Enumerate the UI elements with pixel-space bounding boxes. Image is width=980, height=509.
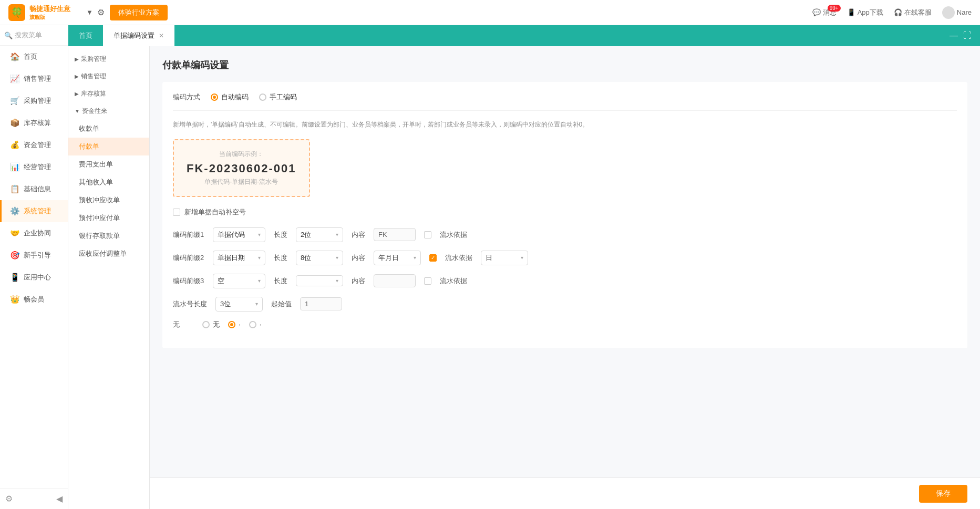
search-icon: 🔍 (4, 32, 13, 39)
content-3-label: 内容 (352, 276, 365, 286)
sidebar-item-system[interactable]: ⚙️ 系统管理 (0, 200, 68, 222)
sep-dot-radio[interactable]: · (228, 320, 241, 328)
nav-item-adjust[interactable]: 应收应付调整单 (68, 245, 149, 263)
prefix-2-value: 单据日期 (218, 253, 245, 263)
sidebar-item-home[interactable]: 🏠 首页 (0, 46, 68, 68)
home-icon: 🏠 (10, 52, 19, 61)
nav-group-capital-label: 资金往来 (82, 107, 107, 116)
sep-none-radio[interactable]: 无 (202, 320, 220, 329)
tab-home[interactable]: 首页 (68, 25, 103, 46)
member-icon: 👑 (10, 295, 19, 304)
code-preview-label: 当前编码示例： (187, 150, 296, 159)
nav-item-expense[interactable]: 费用支出单 (68, 155, 149, 173)
operation-icon: 📊 (10, 162, 19, 172)
service-label: 在线客服 (904, 8, 932, 17)
start-value-input[interactable] (300, 297, 342, 310)
sidebar-item-sales[interactable]: 📈 销售管理 (0, 68, 68, 90)
main-content: 付款单编码设置 编码方式 自动编码 手工编码 (150, 46, 980, 477)
chevron-down-icon4: ▾ (258, 232, 261, 237)
flow-3-checkbox[interactable] (424, 277, 431, 285)
content-3-input[interactable] (374, 274, 416, 287)
sep-dash-radio[interactable]: · (249, 320, 262, 328)
message-button[interactable]: 💬 消息 99+ (812, 8, 837, 17)
sidebar-item-inventory[interactable]: 📦 库存核算 (0, 112, 68, 134)
nav-item-pre-receive[interactable]: 预收冲应收单 (68, 191, 149, 209)
nav-dropdown-text: ▼ (86, 8, 93, 16)
page-title: 付款单编码设置 (162, 59, 967, 71)
collab-icon: 🤝 (10, 228, 19, 238)
nav-item-receipt[interactable]: 收款单 (68, 120, 149, 138)
flow-2-label: 流水依据 (445, 253, 472, 263)
flow-2-checkbox[interactable]: ✓ (429, 254, 437, 262)
sidebar-item-label: 销售管理 (24, 74, 51, 84)
length-2-label: 长度 (274, 253, 287, 263)
length-2-value: 8位 (301, 253, 311, 263)
system-icon: ⚙️ (10, 206, 19, 216)
sidebar-item-collab[interactable]: 🤝 企业协同 (0, 222, 68, 244)
user-info[interactable]: Nare (942, 6, 972, 19)
flow-1-checkbox[interactable] (424, 231, 431, 238)
tab-encoding-settings[interactable]: 单据编码设置 ✕ (103, 25, 174, 46)
nav-group-sales-title[interactable]: ▶ 销售管理 (68, 68, 149, 85)
hint-text: 新增单据时，'单据编码'自动生成、不可编辑。前缀设置为部门、业务员等档案类，开单… (173, 119, 957, 131)
trial-button[interactable]: 体验行业方案 (110, 5, 168, 20)
header-nav: ▼ ⚙ (86, 7, 105, 17)
app-download-button[interactable]: 📱 App下载 (847, 8, 883, 17)
save-button[interactable]: 保存 (919, 485, 967, 503)
inventory-icon: 📦 (10, 118, 19, 128)
manual-radio-dot (259, 94, 266, 101)
logo-title: 畅捷通好生意 (29, 4, 70, 14)
length-3-select[interactable]: ▾ (296, 275, 343, 286)
flow-length-select[interactable]: 3位 ▾ (215, 297, 263, 311)
search-menu-button[interactable]: 🔍 搜索菜单 (0, 25, 68, 46)
nav-item-bank[interactable]: 银行存取款单 (68, 227, 149, 245)
tab-close-icon[interactable]: ✕ (159, 32, 164, 39)
tab-bar-actions: — ⛶ (950, 31, 980, 40)
sidebar-item-operation[interactable]: 📊 经营管理 (0, 156, 68, 178)
nav-dropdown[interactable]: ▼ (86, 8, 93, 16)
length-2-select[interactable]: 8位 ▾ (296, 251, 343, 265)
nav-item-payment[interactable]: 付款单 (68, 138, 149, 155)
nav-item-pre-pay[interactable]: 预付冲应付单 (68, 209, 149, 227)
settings-panel: 编码方式 自动编码 手工编码 新增单据时，'单据编码'自动生成、不可编 (162, 82, 967, 348)
sidebar-item-member[interactable]: 👑 畅会员 (0, 288, 68, 310)
nav-group-capital-title[interactable]: ▼ 资金往来 (68, 102, 149, 120)
online-service-button[interactable]: 🎧 在线客服 (894, 8, 932, 17)
tab-minimize-icon[interactable]: — (950, 31, 958, 40)
sidebar-item-guide[interactable]: 🎯 新手引导 (0, 244, 68, 266)
sidebar-item-label: 基础信息 (24, 184, 51, 194)
prefix-1-select[interactable]: 单据代码 ▾ (213, 227, 265, 242)
tab-maximize-icon[interactable]: ⛶ (963, 31, 972, 40)
content-2-label: 内容 (352, 253, 365, 263)
sep-none-dot (202, 321, 210, 328)
flow-2-period-select[interactable]: 日 ▾ (481, 251, 528, 265)
content-2-select[interactable]: 年月日 ▾ (374, 251, 421, 265)
prefix-3-label: 编码前缀3 (173, 276, 204, 286)
manual-encoding-radio[interactable]: 手工编码 (259, 92, 297, 102)
auto-fill-label: 新增单据自动补空号 (184, 207, 246, 217)
service-icon: 🎧 (894, 8, 902, 16)
sidebar-item-label: 库存核算 (24, 118, 51, 128)
sidebar-item-finance[interactable]: 💰 资金管理 (0, 134, 68, 156)
flow-3-label: 流水依据 (440, 276, 467, 286)
nav-item-other-income[interactable]: 其他收入单 (68, 173, 149, 191)
nav-group-inventory-title[interactable]: ▶ 库存核算 (68, 85, 149, 102)
flow-length-value: 3位 (220, 299, 231, 309)
collapse-icon[interactable]: ◀ (56, 494, 63, 504)
settings-icon[interactable]: ⚙ (97, 7, 105, 17)
nav-group-purchase-title[interactable]: ▶ 采购管理 (68, 50, 149, 68)
content-1-label: 内容 (352, 230, 365, 240)
chevron-down-icon7: ▾ (336, 255, 338, 261)
sidebar-item-basic[interactable]: 📋 基础信息 (0, 178, 68, 200)
sidebar-item-apps[interactable]: 📱 应用中心 (0, 266, 68, 288)
length-3-label: 长度 (274, 276, 287, 286)
settings-footer-icon[interactable]: ⚙ (5, 494, 13, 504)
auto-fill-checkbox[interactable] (173, 209, 180, 216)
prefix-3-select[interactable]: 空 ▾ (213, 274, 265, 288)
auto-encoding-radio[interactable]: 自动编码 (211, 92, 249, 102)
content-1-input[interactable] (374, 228, 416, 241)
length-1-select[interactable]: 2位 ▾ (296, 227, 343, 242)
auto-label: 自动编码 (221, 92, 249, 102)
prefix-2-select[interactable]: 单据日期 ▾ (213, 251, 265, 265)
sidebar-item-purchase[interactable]: 🛒 采购管理 (0, 90, 68, 112)
